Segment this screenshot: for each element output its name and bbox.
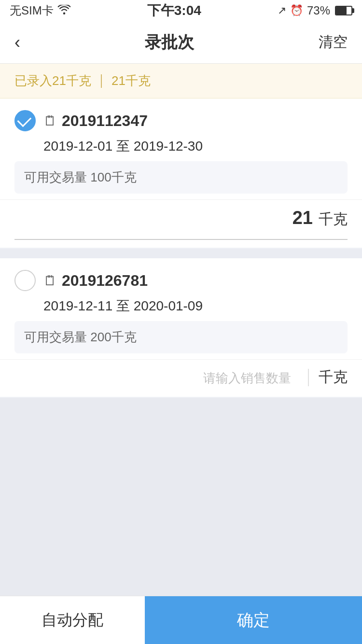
- status-left: 无SIM卡: [10, 3, 71, 18]
- batch-id-2: 2019126781: [62, 272, 148, 290]
- quantity-input-2[interactable]: [14, 368, 298, 386]
- info-banner: 已录入21千克 21千克: [0, 64, 362, 98]
- location-icon: ↗: [278, 4, 286, 17]
- back-button[interactable]: ‹: [14, 32, 20, 53]
- batch-id-row-1: 🗒 2019112347: [43, 112, 148, 130]
- batch-card-1: 🗒 2019112347 2019-12-01 至 2019-12-30 可用交…: [0, 98, 362, 248]
- nav-bar: ‹ 录批次 清空: [0, 21, 362, 64]
- confirm-button[interactable]: 确定: [145, 596, 362, 644]
- banner-divider: [101, 74, 102, 88]
- page-title: 录批次: [145, 31, 194, 54]
- time-label: 下午3:04: [147, 1, 201, 20]
- batch-value-1: 21: [292, 208, 313, 228]
- battery-icon: [335, 6, 352, 15]
- batch-input-row-2[interactable]: 千克: [0, 359, 362, 397]
- alarm-icon: ⏰: [290, 4, 303, 17]
- bottom-bar: 自动分配 确定: [0, 596, 362, 644]
- batch-available-1: 可用交易量 100千克: [14, 161, 348, 194]
- total-amount: 21千克: [111, 72, 151, 89]
- wifi-icon: [57, 4, 71, 17]
- batch-date-1: 2019-12-01 至 2019-12-30: [43, 137, 203, 155]
- clear-button[interactable]: 清空: [319, 32, 348, 52]
- carrier-label: 无SIM卡: [10, 3, 54, 18]
- batch-date-row-2: 2019-12-11 至 2020-01-09: [0, 297, 362, 321]
- batch-value-row-1: 21 千克: [0, 199, 362, 239]
- batch-id-1: 2019112347: [62, 112, 148, 130]
- battery-label: 73%: [307, 4, 330, 17]
- batch-unit-1: 千克: [319, 210, 348, 229]
- batch-radio-1[interactable]: [14, 110, 36, 131]
- card-bottom-space-1: [0, 240, 362, 248]
- status-bar: 无SIM卡 下午3:04 ↗ ⏰ 73%: [0, 0, 362, 21]
- recorded-amount: 已录入21千克: [14, 72, 91, 89]
- bottom-space: [0, 398, 362, 601]
- batch-card-2: 🗒 2019126781 2019-12-11 至 2020-01-09 可用交…: [0, 258, 362, 397]
- batch-available-2: 可用交易量 200千克: [14, 321, 348, 353]
- batch-radio-2[interactable]: [14, 270, 36, 291]
- input-divider-2: [308, 369, 309, 386]
- batch-id-row-2: 🗒 2019126781: [43, 272, 148, 290]
- batch-date-row-1: 2019-12-01 至 2019-12-30: [0, 137, 362, 161]
- batch-date-2: 2019-12-11 至 2020-01-09: [43, 297, 203, 315]
- section-divider: [0, 249, 362, 258]
- batch-header-2: 🗒 2019126781: [0, 258, 362, 297]
- auto-distribute-button[interactable]: 自动分配: [0, 596, 145, 644]
- batch-icon-2: 🗒: [43, 273, 57, 289]
- status-right: ↗ ⏰ 73%: [278, 4, 352, 17]
- batch-icon-1: 🗒: [43, 113, 57, 129]
- batch-header-1: 🗒 2019112347: [0, 98, 362, 137]
- batch-unit-2: 千克: [319, 367, 348, 387]
